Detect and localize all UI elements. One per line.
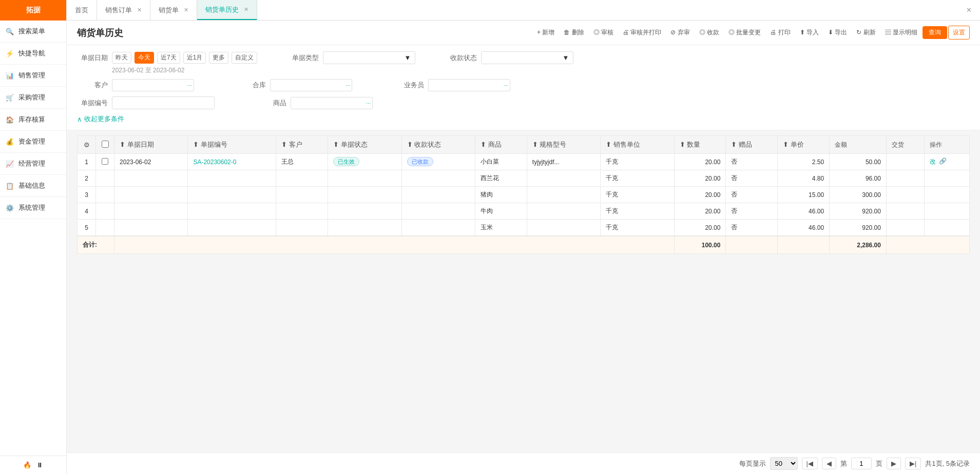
sidebar-item-sys-mgmt[interactable]: ⚙️ 系统管理 xyxy=(0,197,66,219)
custom-btn[interactable]: 自定义 xyxy=(232,52,257,64)
th-amount[interactable]: 金额 xyxy=(830,136,887,154)
business-ellipsis[interactable]: ··· xyxy=(504,82,508,88)
export-button[interactable]: ⬇ 导出 xyxy=(824,26,851,39)
warehouse-ellipsis[interactable]: ··· xyxy=(345,82,350,88)
next-page-btn[interactable]: ▶ xyxy=(887,458,901,469)
sidebar-item-ops[interactable]: 📈 经营管理 xyxy=(0,153,66,175)
th-spec[interactable]: ⬆ 规格型号 xyxy=(527,136,600,154)
sidebar-item-basic-info[interactable]: 📋 基础信息 xyxy=(0,175,66,197)
th-unit[interactable]: ⬆ 销售单位 xyxy=(601,136,674,154)
settings-col-icon[interactable]: ⚙ xyxy=(84,141,90,149)
tab-home-label: 首页 xyxy=(75,6,88,15)
sidebar-item-purchase-mgmt[interactable]: 🛒 采购管理 xyxy=(0,87,66,109)
sidebar-item-inventory[interactable]: 🏠 库存核算 xyxy=(0,109,66,131)
last-page-btn[interactable]: ▶| xyxy=(905,458,921,469)
goods-sorter[interactable]: ⬆ 商品 xyxy=(481,140,522,149)
doc-status-sorter[interactable]: ⬆ 单据状态 xyxy=(333,140,396,149)
sidebar-item-finance[interactable]: 💰 资金管理 xyxy=(0,131,66,153)
approve-print-button[interactable]: 🖨 审核并打印 xyxy=(619,26,665,39)
row-doc-no[interactable] xyxy=(188,220,276,236)
delete-button[interactable]: 🗑 删除 xyxy=(560,26,588,39)
tab-sales-order[interactable]: 销售订单 ✕ xyxy=(97,0,150,20)
tab-sales-history-close[interactable]: ✕ xyxy=(244,6,248,13)
collapse-button[interactable]: ∧ 收起更多条件 xyxy=(77,114,970,124)
last1month-btn[interactable]: 近1月 xyxy=(183,52,206,64)
edit-action[interactable]: 改 xyxy=(930,157,936,166)
th-doc-date[interactable]: ⬆ 单据日期 xyxy=(114,136,188,154)
tab-sales-history[interactable]: 销货单历史 ✕ xyxy=(197,0,257,20)
doc-no-input[interactable] xyxy=(112,96,215,109)
doc-no-sorter[interactable]: ⬆ 单据编号 xyxy=(193,140,271,149)
page-input[interactable] xyxy=(851,458,872,469)
import-button[interactable]: ⬆ 导入 xyxy=(796,26,823,39)
summary-price-spacer xyxy=(778,236,830,254)
sidebar-item-quick-nav[interactable]: ⚡ 快捷导航 xyxy=(0,43,66,65)
row-checkbox[interactable] xyxy=(102,158,108,165)
tab-home[interactable]: 首页 xyxy=(67,0,97,20)
th-gift[interactable]: ⬆ 赠品 xyxy=(726,136,778,154)
th-settings[interactable]: ⚙ xyxy=(78,136,96,154)
th-quantity[interactable]: ⬆ 数量 xyxy=(674,136,726,154)
first-page-btn[interactable]: |◀ xyxy=(802,458,818,469)
row-unit-price: 15.00 xyxy=(778,187,830,203)
th-unit-price[interactable]: ⬆ 单价 xyxy=(778,136,830,154)
row-doc-no[interactable] xyxy=(188,187,276,203)
tab-sales-delivery[interactable]: 销货单 ✕ xyxy=(150,0,197,20)
print-button[interactable]: 🖨 打印 xyxy=(766,26,794,39)
tab-sales-order-close[interactable]: ✕ xyxy=(137,7,142,13)
yesterday-btn[interactable]: 昨天 xyxy=(112,52,131,64)
spec-sorter[interactable]: ⬆ 规格型号 xyxy=(532,140,595,149)
last7days-btn[interactable]: 近7天 xyxy=(157,52,180,64)
collect-button[interactable]: ◎ 收款 xyxy=(695,26,723,39)
th-goods[interactable]: ⬆ 商品 xyxy=(475,136,527,154)
tab-close-all[interactable]: ✕ xyxy=(958,6,980,14)
row-num: 1 xyxy=(78,154,96,170)
gift-sorter[interactable]: ⬆ 赠品 xyxy=(731,140,772,149)
link-action[interactable]: 🔗 xyxy=(939,157,947,166)
unit-price-sorter[interactable]: ⬆ 单价 xyxy=(783,140,824,149)
doc-no-link[interactable]: SA-20230602-0 xyxy=(193,159,236,166)
th-doc-no[interactable]: ⬆ 单据编号 xyxy=(188,136,276,154)
collect-status-select[interactable]: ▼ xyxy=(481,51,573,64)
refresh-button[interactable]: ↻ 刷新 xyxy=(852,26,879,39)
warehouse-input[interactable] xyxy=(270,79,352,91)
sys-icon: ⚙️ xyxy=(5,203,14,212)
customer-ellipsis[interactable]: ··· xyxy=(187,82,192,88)
discard-button[interactable]: ⊘ 弃审 xyxy=(666,26,694,39)
goods-input[interactable] xyxy=(291,97,373,109)
collect-status-sorter[interactable]: ⬆ 收款状态 xyxy=(407,140,470,149)
today-btn[interactable]: 今天 xyxy=(134,52,154,64)
customer-sorter[interactable]: ⬆ 客户 xyxy=(281,140,322,149)
row-doc-no[interactable] xyxy=(188,203,276,220)
th-doc-status[interactable]: ⬆ 单据状态 xyxy=(328,136,401,154)
collect-status-label: 收款状态 xyxy=(446,53,477,63)
customer-input[interactable] xyxy=(112,79,194,91)
settings-button[interactable]: 设置 xyxy=(948,26,970,40)
more-btn[interactable]: 更多 xyxy=(209,52,228,64)
business-input[interactable] xyxy=(428,79,510,91)
row-doc-no[interactable]: SA-20230602-0 xyxy=(188,154,276,170)
new-button[interactable]: + 新增 xyxy=(533,26,559,39)
show-detail-button[interactable]: ▤ 显示明细 xyxy=(881,26,921,39)
unit-sorter[interactable]: ⬆ 销售单位 xyxy=(606,140,668,149)
doc-date-sorter[interactable]: ⬆ 单据日期 xyxy=(120,140,182,149)
approve-button[interactable]: ◎ 审核 xyxy=(589,26,618,39)
quantity-sorter[interactable]: ⬆ 数量 xyxy=(680,140,721,149)
goods-ellipsis[interactable]: ··· xyxy=(366,100,371,106)
row-spec xyxy=(527,170,600,187)
th-collect-status[interactable]: ⬆ 收款状态 xyxy=(401,136,475,154)
prev-page-btn[interactable]: ◀ xyxy=(822,458,836,469)
sidebar-item-search-menu[interactable]: 🔍 搜索菜单 xyxy=(0,21,66,43)
doc-type-select[interactable]: ▼ xyxy=(323,51,415,64)
sidebar-item-label: 经营管理 xyxy=(18,159,45,168)
query-button[interactable]: 查询 xyxy=(923,26,947,39)
sidebar-item-sales-mgmt[interactable]: 📊 销售管理 xyxy=(0,65,66,87)
th-customer[interactable]: ⬆ 客户 xyxy=(276,136,328,154)
fire-icon[interactable]: 🔥 xyxy=(23,461,31,469)
select-all-checkbox[interactable] xyxy=(102,141,109,148)
pause-icon[interactable]: ⏸ xyxy=(36,461,43,469)
batch-change-button[interactable]: ◎ 批量变更 xyxy=(724,26,765,39)
per-page-select[interactable]: 50 100 200 xyxy=(770,457,798,470)
row-doc-no[interactable] xyxy=(188,170,276,187)
tab-sales-delivery-close[interactable]: ✕ xyxy=(184,7,188,13)
